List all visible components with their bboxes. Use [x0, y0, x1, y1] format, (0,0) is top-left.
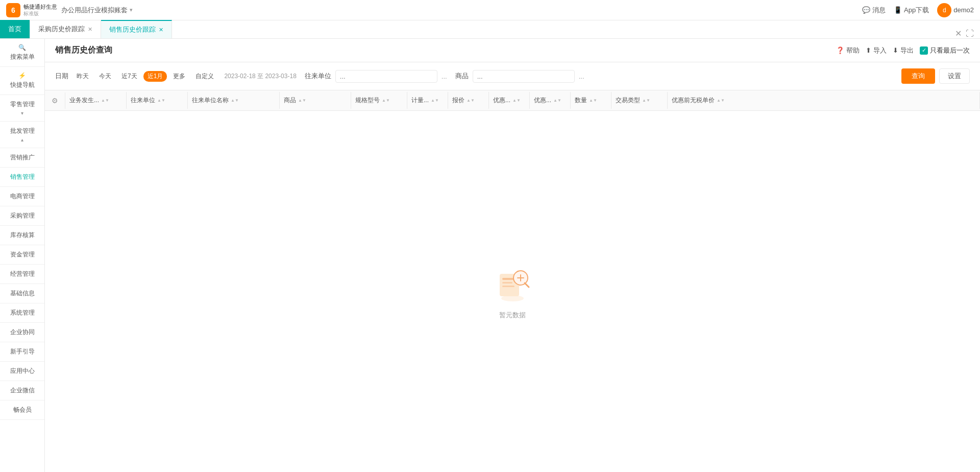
sort-icon: ▲▼	[642, 99, 650, 103]
th-discount1[interactable]: 优惠... ▲▼	[489, 92, 530, 109]
th-notax-price[interactable]: 优惠前无税单价 ▲▼	[668, 92, 980, 109]
date-buttons: 昨天 今天 近7天 近1月 更多 自定义	[72, 71, 218, 82]
sort-icon: ▲▼	[467, 99, 475, 103]
sidebar-item-enterprise[interactable]: 企业协同	[0, 323, 44, 342]
sort-icon: ▲▼	[157, 99, 165, 103]
date-btn-7days[interactable]: 近7天	[117, 71, 141, 82]
logo-icon: 6	[6, 3, 20, 17]
search-icon: 🔍	[18, 44, 26, 51]
sidebar-item-guide[interactable]: 新手引导	[0, 342, 44, 362]
partner-filter-label: 往来单位	[305, 72, 331, 81]
th-spec[interactable]: 规格型号 ▲▼	[351, 92, 407, 109]
partner-filter-group: 往来单位 ...	[305, 70, 447, 83]
sidebar-item-wholesale-mgmt[interactable]: 批发管理 ▴	[0, 122, 44, 148]
sidebar-item-retail-mgmt[interactable]: 零售管理 ▾	[0, 95, 44, 122]
sort-icon: ▲▼	[298, 99, 306, 103]
date-filter-group: 日期 昨天 今天 近7天 近1月 更多 自定义 2023-02-18 至 202…	[55, 71, 297, 82]
sidebar-item-sales-mgmt[interactable]: 销售管理	[0, 168, 44, 187]
help-button[interactable]: ❓ 帮助	[836, 46, 860, 55]
close-purchase-tab-icon[interactable]: ✕	[88, 27, 92, 32]
sidebar-item-operations[interactable]: 经营管理	[0, 265, 44, 284]
tab-sales-history[interactable]: 销售历史价跟踪 ✕	[101, 20, 172, 38]
sort-icon: ▲▼	[553, 99, 561, 103]
message-button[interactable]: 💬 消息	[862, 6, 886, 15]
sidebar-item-system[interactable]: 系统管理	[0, 303, 44, 323]
sidebar-item-purchase-mgmt[interactable]: 采购管理	[0, 206, 44, 226]
sort-icon: ▲▼	[101, 99, 109, 103]
th-price-label: 报价	[452, 96, 464, 105]
table-container: ⚙ 业务发生... ▲▼ 往来单位 ▲▼ 往来单位名称 ▲▼ 商品 ▲▼	[45, 90, 980, 472]
sidebar-item-search-menu[interactable]: 🔍 搜索菜单	[0, 39, 44, 67]
date-btn-more[interactable]: 更多	[169, 71, 189, 82]
svg-rect-3	[502, 282, 512, 284]
expand-icon[interactable]: ⛶	[966, 29, 974, 38]
date-btn-1month[interactable]: 近1月	[143, 71, 167, 82]
th-unit-label: 计量...	[411, 96, 429, 105]
import-icon: ⬆	[866, 46, 871, 54]
th-product[interactable]: 商品 ▲▼	[280, 92, 351, 109]
sidebar-item-quick-nav[interactable]: ⚡ 快捷导航	[0, 67, 44, 95]
sidebar-item-inventory[interactable]: 库存核算	[0, 226, 44, 245]
chevron-down-icon: ▾	[21, 110, 23, 116]
tab-bar: 首页 采购历史价跟踪 ✕ 销售历史价跟踪 ✕ ✕ ⛶	[0, 20, 980, 39]
th-trade-type[interactable]: 交易类型 ▲▼	[611, 92, 668, 109]
th-discount2[interactable]: 优惠... ▲▼	[530, 92, 571, 109]
filter-row: 日期 昨天 今天 近7天 近1月 更多 自定义 2023-02-18 至 202…	[45, 62, 980, 90]
th-product-label: 商品	[284, 96, 296, 105]
partner-filter-input[interactable]	[335, 70, 437, 83]
product-filter-label: 商品	[455, 72, 469, 81]
user-avatar-button[interactable]: d demo2	[937, 3, 974, 17]
close-sales-tab-icon[interactable]: ✕	[159, 27, 163, 33]
sales-history-tab-label: 销售历史价跟踪	[109, 25, 156, 34]
import-button[interactable]: ⬆ 导入	[866, 46, 887, 55]
tab-purchase-history[interactable]: 采购历史价跟踪 ✕	[30, 20, 101, 38]
product-filter-input[interactable]	[473, 70, 575, 83]
th-partner-code[interactable]: 往来单位 ▲▼	[127, 92, 188, 109]
th-date-label: 业务发生...	[69, 96, 99, 105]
help-icon: ❓	[836, 46, 844, 54]
th-partner-name[interactable]: 往来单位名称 ▲▼	[188, 92, 280, 109]
query-button[interactable]: 查询	[901, 68, 935, 84]
logo-area: 6 畅捷通好生意 标准版	[6, 3, 57, 17]
th-date[interactable]: 业务发生... ▲▼	[65, 92, 127, 109]
close-all-tabs-icon[interactable]: ✕	[955, 29, 962, 38]
sidebar-item-wechat[interactable]: 企业微信	[0, 381, 44, 400]
avatar: d	[937, 3, 951, 17]
date-btn-yesterday[interactable]: 昨天	[72, 71, 93, 82]
sidebar-item-basic-info[interactable]: 基础信息	[0, 284, 44, 303]
only-last-checkbox[interactable]: ✓ 只看最后一次	[920, 46, 970, 55]
empty-text: 暂元数据	[499, 311, 526, 320]
svg-line-8	[525, 283, 529, 287]
logo-text: 畅捷通好生意 标准版	[23, 3, 57, 17]
workspace-selector[interactable]: 办公用品行业模拟账套 ▾	[61, 6, 133, 15]
th-qty[interactable]: 数量 ▲▼	[571, 92, 611, 109]
date-range-text: 2023-02-18 至 2023-03-18	[224, 72, 296, 81]
sidebar-item-finance[interactable]: 资金管理	[0, 245, 44, 265]
tab-home[interactable]: 首页	[0, 20, 30, 38]
date-btn-custom[interactable]: 自定义	[191, 71, 218, 82]
tab-bar-right: ✕ ⛶	[955, 29, 980, 38]
svg-rect-4	[502, 286, 514, 287]
th-gear[interactable]: ⚙	[45, 92, 65, 109]
date-btn-today[interactable]: 今天	[95, 71, 115, 82]
th-partner-name-label: 往来单位名称	[192, 96, 229, 105]
mobile-icon: 📱	[894, 6, 902, 14]
sort-icon: ▲▼	[589, 99, 597, 103]
partner-dots: ...	[442, 73, 447, 80]
sidebar-item-app-center[interactable]: 应用中心	[0, 362, 44, 381]
sort-icon: ▲▼	[717, 99, 725, 103]
settings-button[interactable]: 设置	[939, 68, 970, 84]
export-button[interactable]: ⬇ 导出	[893, 46, 914, 55]
sidebar-item-marketing[interactable]: 营销推广	[0, 148, 44, 168]
th-unit[interactable]: 计量... ▲▼	[407, 92, 448, 109]
settings-icon: ⚙	[52, 97, 58, 105]
sidebar-item-ecommerce[interactable]: 电商管理	[0, 187, 44, 206]
app-download-button[interactable]: 📱 App下载	[894, 6, 929, 15]
sidebar-item-member[interactable]: 畅会员	[0, 400, 44, 420]
th-qty-label: 数量	[575, 96, 587, 105]
table-header: ⚙ 业务发生... ▲▼ 往来单位 ▲▼ 往来单位名称 ▲▼ 商品 ▲▼	[45, 90, 980, 111]
th-partner-code-label: 往来单位	[131, 96, 155, 105]
tab-bar-left: 首页 采购历史价跟踪 ✕ 销售历史价跟踪 ✕	[0, 20, 172, 38]
th-price[interactable]: 报价 ▲▼	[448, 92, 489, 109]
date-filter-label: 日期	[55, 72, 68, 81]
